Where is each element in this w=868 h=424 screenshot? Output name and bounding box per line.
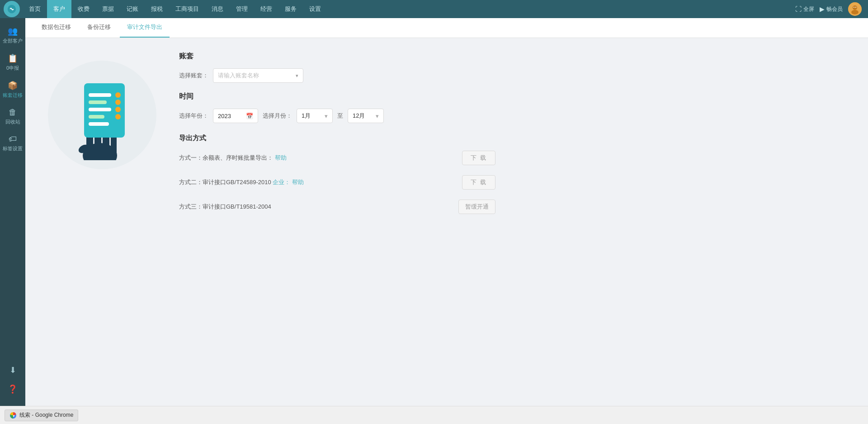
month-start-chevron-icon: ▾ bbox=[325, 113, 328, 119]
tab-backup-migration[interactable]: 备份迁移 bbox=[80, 18, 118, 38]
sidebar-help-icon[interactable]: ❓ bbox=[8, 381, 18, 398]
nav-item-tax[interactable]: 报税 bbox=[145, 0, 169, 18]
taskbar: 线索 - Google Chrome bbox=[0, 406, 868, 424]
month-end-select[interactable]: 12月 ▾ bbox=[348, 109, 384, 123]
calendar-icon: 📅 bbox=[246, 113, 253, 119]
method2-label: 方式二：审计接口GB/T24589-2010 企业： 帮助 bbox=[179, 178, 304, 186]
year-input[interactable]: 2023 📅 bbox=[213, 109, 258, 123]
account-chevron-icon: ▾ bbox=[296, 73, 298, 79]
account-select-input[interactable]: 请输入账套名称 ▾ bbox=[213, 68, 303, 83]
export-method-3: 方式三：审计接口GB/T19581-2004 暂缓开通 bbox=[179, 200, 495, 214]
nav-item-service[interactable]: 服务 bbox=[278, 0, 303, 18]
year-value: 2023 bbox=[218, 113, 231, 119]
account-label: 选择账套： bbox=[179, 71, 208, 80]
method2-download-button[interactable]: 下 载 bbox=[462, 175, 495, 190]
svg-rect-14 bbox=[89, 100, 107, 104]
sidebar-download-icon[interactable]: ⬇ bbox=[9, 362, 16, 379]
member-button[interactable]: ▶ 畅会员 bbox=[820, 5, 843, 13]
account-placeholder: 请输入账套名称 bbox=[218, 71, 259, 80]
chrome-icon bbox=[9, 412, 17, 419]
method3-label: 方式三：审计接口GB/T19581-2004 bbox=[179, 203, 271, 211]
nav-item-manage[interactable]: 管理 bbox=[230, 0, 254, 18]
svg-rect-13 bbox=[89, 93, 111, 97]
method3-coming-soon-button[interactable]: 暂缓开通 bbox=[458, 200, 495, 214]
fullscreen-button[interactable]: ⛶ 全屏 bbox=[795, 5, 814, 13]
method1-help-link[interactable]: 帮助 bbox=[275, 154, 287, 161]
tabs-bar: 数据包迁移 备份迁移 审计文件导出 bbox=[25, 18, 868, 38]
tab-data-migration[interactable]: 数据包迁移 bbox=[34, 18, 78, 38]
section-title-time: 时间 bbox=[179, 92, 495, 101]
svg-point-18 bbox=[115, 92, 121, 98]
method2-help-link[interactable]: 帮助 bbox=[292, 179, 304, 186]
nav-item-bookkeeping[interactable]: 记账 bbox=[120, 0, 145, 18]
export-method-2: 方式二：审计接口GB/T24589-2010 企业： 帮助 下 载 bbox=[179, 175, 495, 190]
month-end-value: 12月 bbox=[353, 112, 365, 120]
taskbar-item-label: 线索 - Google Chrome bbox=[19, 411, 73, 419]
svg-rect-17 bbox=[89, 122, 109, 126]
sidebar-item-all-customers[interactable]: 👥 全部客户 bbox=[0, 22, 25, 49]
app-logo[interactable] bbox=[4, 1, 20, 17]
sidebar-item-tag-settings[interactable]: 🏷 标签设置 bbox=[0, 130, 25, 157]
method1-label: 方式一：余额表、序时账批量导出： 帮助 bbox=[179, 154, 287, 162]
time-row: 选择年份： 2023 📅 选择月份： 1月 ▾ 至 12月 ▾ bbox=[179, 109, 495, 123]
taskbar-chrome-item[interactable]: 线索 - Google Chrome bbox=[5, 410, 78, 421]
section-title-export: 导出方式 bbox=[179, 134, 495, 143]
tab-audit-export[interactable]: 审计文件导出 bbox=[120, 18, 170, 38]
svg-point-3 bbox=[851, 10, 859, 14]
svg-point-21 bbox=[115, 114, 121, 119]
nav-item-business[interactable]: 工商项目 bbox=[169, 0, 205, 18]
tag-settings-icon: 🏷 bbox=[9, 134, 17, 144]
nav-item-operation[interactable]: 经营 bbox=[254, 0, 278, 18]
to-label: 至 bbox=[337, 112, 343, 120]
account-migration-icon: 📦 bbox=[8, 81, 18, 91]
recycle-bin-icon: 🗑 bbox=[9, 108, 17, 117]
export-method-1: 方式一：余额表、序时账批量导出： 帮助 下 载 bbox=[179, 151, 495, 165]
svg-rect-16 bbox=[89, 115, 104, 119]
illustration-area bbox=[43, 52, 161, 392]
nav-item-home[interactable]: 首页 bbox=[23, 0, 47, 18]
nav-item-ticket[interactable]: 票据 bbox=[96, 0, 120, 18]
sidebar-item-recycle-bin[interactable]: 🗑 回收站 bbox=[0, 103, 25, 130]
svg-point-20 bbox=[115, 107, 121, 112]
content-area: 数据包迁移 备份迁移 审计文件导出 bbox=[25, 18, 868, 406]
all-customers-icon: 👥 bbox=[8, 26, 18, 36]
sidebar-item-zero-declaration[interactable]: 📋 0申报 bbox=[0, 49, 25, 76]
year-label: 选择年份： bbox=[179, 112, 208, 120]
month-end-chevron-icon: ▾ bbox=[376, 113, 379, 119]
page-content: 账套 选择账套： 请输入账套名称 ▾ 时间 选择年份： 2023 📅 bbox=[25, 38, 868, 406]
illustration-circle bbox=[48, 61, 156, 169]
method2-company-link[interactable]: 企业： bbox=[273, 179, 290, 186]
month-start-select[interactable]: 1月 ▾ bbox=[297, 109, 333, 123]
nav-item-fee[interactable]: 收费 bbox=[71, 0, 96, 18]
month-label: 选择月份： bbox=[263, 112, 292, 120]
svg-rect-15 bbox=[89, 108, 111, 111]
sidebar-bottom: ⬇ ❓ bbox=[8, 362, 18, 402]
form-area: 账套 选择账套： 请输入账套名称 ▾ 时间 选择年份： 2023 📅 bbox=[179, 52, 495, 392]
nav-items-list: 首页 客户 收费 票据 记账 报税 工商项目 消息 管理 经营 服务 设置 bbox=[23, 0, 795, 18]
nav-right-area: ⛶ 全屏 ▶ 畅会员 bbox=[795, 2, 868, 16]
month-start-value: 1月 bbox=[302, 112, 311, 120]
method1-download-button[interactable]: 下 载 bbox=[462, 151, 495, 165]
svg-point-19 bbox=[115, 100, 121, 105]
svg-point-4 bbox=[854, 7, 854, 8]
zero-declaration-icon: 📋 bbox=[8, 53, 18, 63]
main-layout: 👥 全部客户 📋 0申报 📦 账套迁移 🗑 回收站 🏷 标签设置 ⬇ ❓ 数据包… bbox=[0, 18, 868, 406]
svg-point-2 bbox=[853, 5, 857, 10]
nav-item-message[interactable]: 消息 bbox=[205, 0, 230, 18]
svg-point-5 bbox=[855, 7, 856, 8]
sidebar-item-account-migration[interactable]: 📦 账套迁移 bbox=[0, 76, 25, 103]
top-navigation: 首页 客户 收费 票据 记账 报税 工商项目 消息 管理 经营 服务 设置 ⛶ … bbox=[0, 0, 868, 18]
left-sidebar: 👥 全部客户 📋 0申报 📦 账套迁移 🗑 回收站 🏷 标签设置 ⬇ ❓ bbox=[0, 18, 25, 406]
account-select-row: 选择账套： 请输入账套名称 ▾ bbox=[179, 68, 495, 83]
section-title-account: 账套 bbox=[179, 52, 495, 61]
avatar[interactable] bbox=[848, 2, 862, 16]
nav-item-customer[interactable]: 客户 bbox=[47, 0, 71, 18]
nav-item-settings[interactable]: 设置 bbox=[303, 0, 327, 18]
